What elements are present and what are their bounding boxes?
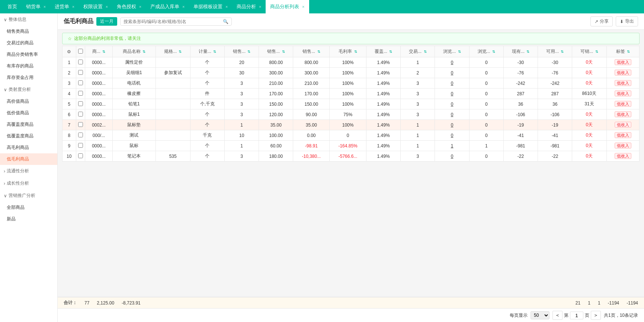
col-tag[interactable]: 标签 ⇅ (606, 46, 639, 57)
close-icon[interactable]: × (72, 4, 74, 9)
views1-link[interactable]: 0 (451, 81, 454, 86)
time-filter-button[interactable]: 近一月 (96, 17, 117, 26)
col-name[interactable]: 商品名称 ⇅ (113, 46, 156, 57)
cell-checkbox[interactable] (76, 99, 85, 109)
cell-checkbox[interactable] (76, 130, 85, 141)
row-checkbox[interactable] (78, 153, 83, 158)
col-code[interactable]: 商... ⇅ (85, 46, 113, 57)
col-views1[interactable]: 浏览... ⇅ (435, 46, 469, 57)
close-icon[interactable]: × (106, 4, 108, 9)
views1-link[interactable]: 0 (451, 122, 454, 128)
page-number-input[interactable] (570, 312, 583, 319)
close-icon[interactable]: × (44, 4, 46, 9)
cell-checkbox[interactable] (76, 109, 85, 120)
col-gross-margin[interactable]: 毛利率 ⇅ (330, 46, 366, 57)
sidebar-group-growth[interactable]: › 成长性分析 (0, 177, 57, 189)
cell-checkbox[interactable] (76, 68, 85, 78)
row-checkbox[interactable] (78, 70, 83, 75)
sidebar-item-low-coverage[interactable]: 低覆盖度商品 (0, 130, 57, 142)
row-checkbox[interactable] (78, 133, 83, 137)
nav-purchase[interactable]: 进货单 × (50, 0, 79, 13)
views1-link[interactable]: 0 (451, 91, 454, 96)
cell-views1[interactable]: 0 (435, 120, 469, 130)
row-checkbox[interactable] (78, 122, 83, 127)
cell-views1[interactable]: 1 (435, 141, 469, 151)
sidebar-item-category-sales[interactable]: 商品分类销售率 (0, 49, 57, 60)
sidebar-group-coverage[interactable]: ∨ 类射度分析 (0, 83, 57, 96)
col-coverage[interactable]: 覆盖... ⇅ (366, 46, 401, 57)
nav-roles[interactable]: 角色授权 × (112, 0, 146, 13)
cell-views1[interactable]: 0 (435, 130, 469, 141)
nav-product-analysis-list[interactable]: 商品分析列表 × (266, 0, 309, 13)
sidebar-item-stock-capital[interactable]: 库存资金占用 (0, 72, 57, 83)
sidebar-group-circulation[interactable]: › 流通性分析 (0, 165, 57, 177)
views1-link[interactable]: 0 (451, 154, 454, 159)
sidebar-group-overall[interactable]: ∨ 整体信息 (0, 13, 57, 26)
close-icon[interactable]: × (182, 4, 185, 9)
per-page-select[interactable]: 50 100 200 (531, 311, 550, 319)
share-button[interactable]: ↗ 分享 (590, 16, 613, 26)
col-transaction[interactable]: 交易... ⇅ (401, 46, 435, 57)
sidebar-item-all-goods[interactable]: 全部商品 (0, 202, 57, 213)
search-input[interactable] (124, 19, 223, 24)
close-icon[interactable]: × (302, 4, 304, 9)
sidebar-item-high-coverage[interactable]: 高覆盖度商品 (0, 119, 57, 130)
cell-views1[interactable]: 0 (435, 68, 469, 78)
cell-checkbox[interactable] (76, 89, 85, 99)
views1-link[interactable]: 0 (451, 102, 454, 107)
sidebar-item-new-goods[interactable]: 新品 (0, 213, 57, 225)
cell-views1[interactable]: 0 (435, 57, 469, 68)
col-unit[interactable]: 计量... ⇅ (190, 46, 224, 57)
views1-link[interactable]: 0 (451, 70, 454, 76)
cell-checkbox[interactable] (76, 151, 85, 162)
row-checkbox[interactable] (78, 112, 83, 117)
col-spec[interactable]: 规格... ⇅ (156, 46, 190, 57)
close-icon[interactable]: × (259, 4, 261, 9)
select-all-checkbox[interactable] (78, 49, 83, 54)
row-checkbox[interactable] (78, 60, 83, 64)
col-views2[interactable]: 浏览... ⇅ (469, 46, 503, 57)
nav-sales[interactable]: 销货单 × (22, 0, 50, 13)
nav-template[interactable]: 单据模板设置 × (189, 0, 232, 13)
export-button[interactable]: ⬇ 导出 (616, 16, 638, 26)
sidebar-item-sales-goods[interactable]: 销售类商品 (0, 26, 57, 37)
sidebar-item-high-value[interactable]: 高价值商品 (0, 96, 57, 107)
col-available-stock[interactable]: 可用... ⇅ (538, 46, 572, 57)
row-checkbox[interactable] (78, 143, 83, 148)
col-sales-qty[interactable]: 销售... ⇅ (225, 46, 259, 57)
cell-views1[interactable]: 0 (435, 89, 469, 99)
col-sellable-days[interactable]: 可销... ⇅ (572, 46, 606, 57)
cell-checkbox[interactable] (76, 120, 85, 130)
sidebar-item-traded-goods[interactable]: 交易过的商品 (0, 37, 57, 49)
nav-permissions[interactable]: 权限设置 × (79, 0, 112, 13)
col-current-stock[interactable]: 现有... ⇅ (503, 46, 538, 57)
next-page-button[interactable]: ＞ (591, 311, 601, 320)
row-checkbox[interactable] (78, 80, 83, 85)
views1-link[interactable]: 0 (451, 60, 454, 65)
cell-views1[interactable]: 0 (435, 99, 469, 109)
views1-link[interactable]: 0 (451, 133, 454, 138)
prev-page-button[interactable]: ＜ (552, 311, 563, 320)
search-icon[interactable]: 🔍 (223, 19, 228, 24)
col-checkbox[interactable] (76, 46, 85, 57)
nav-products-in[interactable]: 产成品入库单 × (146, 0, 189, 13)
cell-checkbox[interactable] (76, 57, 85, 68)
col-sales-amount[interactable]: 销售... ⇅ (259, 46, 293, 57)
cell-checkbox[interactable] (76, 78, 85, 89)
col-settings[interactable]: ⚙ (63, 46, 76, 57)
row-checkbox[interactable] (78, 91, 83, 96)
cell-checkbox[interactable] (76, 141, 85, 151)
close-icon[interactable]: × (139, 4, 141, 9)
col-sales-profit[interactable]: 销售... ⇅ (293, 46, 330, 57)
row-checkbox[interactable] (78, 101, 83, 106)
sidebar-item-low-margin[interactable]: 低毛利商品 (0, 153, 57, 165)
sidebar-item-stocked-goods[interactable]: 有库存的商品 (0, 60, 57, 72)
nav-home[interactable]: 首页 (3, 0, 22, 13)
cell-views1[interactable]: 0 (435, 78, 469, 89)
sidebar-group-marketing[interactable]: ∨ 营销推广分析 (0, 189, 57, 202)
close-icon[interactable]: × (225, 4, 228, 9)
cell-views1[interactable]: 0 (435, 109, 469, 120)
sidebar-item-low-value[interactable]: 低价值商品 (0, 107, 57, 119)
cell-views1[interactable]: 0 (435, 151, 469, 162)
views1-link[interactable]: 1 (451, 143, 454, 149)
